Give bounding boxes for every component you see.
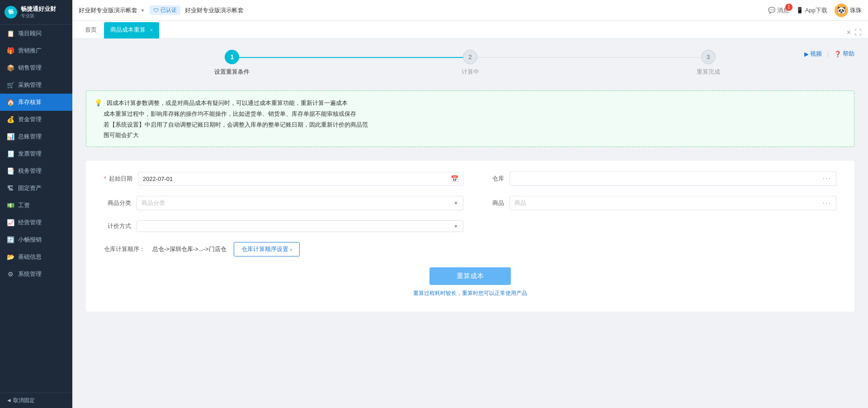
pricing-label: 计价方式 [104, 222, 131, 230]
project-icon: 📋 [6, 30, 14, 37]
invoice-icon: 🧾 [6, 150, 14, 157]
sidebar-item-invoice[interactable]: 🧾 发票管理 [0, 145, 72, 162]
submit-area: 重算成本 重算过程耗时较长，重算时您可以正常使用产品 [104, 267, 836, 297]
app-download-button[interactable]: 📱 App下载 [796, 6, 827, 14]
window-controls: × ⛶ [847, 28, 862, 37]
sidebar-item-operation[interactable]: 📈 经营管理 [0, 214, 72, 231]
info-box: 💡 因成本计算参数调整，或是对商品成本有疑问时，可以通过成本重算功能，重新计算一… [86, 90, 854, 147]
sales-icon: 📦 [6, 64, 14, 71]
category-label: 商品分类 [104, 199, 131, 207]
sidebar: 畅 畅捷通好业财 专业版 📋 项目顾问 🎁 营销推广 📦 销售管理 🛒 采购管理… [0, 0, 72, 408]
sidebar-title-group: 畅捷通好业财 专业版 [21, 5, 56, 19]
pricing-select[interactable]: ▼ [137, 220, 463, 232]
tab-close-icon[interactable]: × [150, 27, 153, 33]
shield-icon: 🛡 [153, 7, 159, 14]
category-group: 商品分类 商品分类 ▼ [104, 196, 463, 210]
goods-placeholder: 商品 [514, 199, 526, 207]
warehouse-input[interactable]: ··· [509, 171, 836, 186]
form-row-1: * 起始日期 2022-07-01 📅 仓库 ··· [104, 171, 836, 186]
account-dropdown-icon: ▼ [140, 8, 145, 13]
goods-input[interactable]: 商品 ··· [509, 196, 836, 210]
sidebar-item-sales[interactable]: 📦 销售管理 [0, 59, 72, 76]
sidebar-item-tax[interactable]: 📑 税务管理 [0, 162, 72, 180]
info-line2: 成本重算过程中，影响库存账的操作均不能操作，比如进货单、销货单、库存单据不能审核… [104, 110, 356, 117]
accounting-icon: 📊 [6, 133, 14, 140]
goods-label: 商品 [477, 199, 504, 207]
sidebar-item-marketing[interactable]: 🎁 营销推广 [0, 42, 72, 59]
submit-hint: 重算过程耗时较长，重算时您可以正常使用产品 [413, 289, 527, 297]
content-area: ▶ 视频 | ❓ 帮助 1 设置重算条件 [72, 39, 868, 408]
notification-badge: 1 [785, 4, 793, 11]
sidebar-item-assets[interactable]: 🏗 固定资产 [0, 180, 72, 197]
salary-icon: 💵 [6, 202, 14, 209]
tab-cost-recalc[interactable]: 商品成本重算 × [104, 22, 159, 38]
step2-label: 计算中 [462, 68, 479, 76]
marketing-icon: 🎁 [6, 47, 14, 54]
sidebar-item-system[interactable]: ⚙ 系统管理 [0, 266, 72, 283]
sidebar-item-salary[interactable]: 💵 工资 [0, 197, 72, 214]
expense-icon: 🔄 [6, 236, 14, 243]
username-label: 珠珠 [850, 6, 862, 14]
chevron-down-icon: ▼ [453, 200, 458, 206]
message-button[interactable]: 💬 消息 1 [768, 6, 789, 14]
steps-wrapper: ▶ 视频 | ❓ 帮助 1 设置重算条件 [86, 50, 854, 76]
submit-button[interactable]: 重算成本 [429, 267, 511, 285]
message-icon: 💬 [768, 7, 775, 14]
verified-badge: 🛡 已认证 [150, 5, 180, 15]
sidebar-item-project[interactable]: 📋 项目顾问 [0, 25, 72, 42]
pricing-group: 计价方式 ▼ [104, 220, 463, 232]
system-icon: ⚙ [6, 270, 14, 278]
sidebar-nav: 📋 项目顾问 🎁 营销推广 📦 销售管理 🛒 采购管理 🏠 库存核算 💰 资金管… [0, 25, 72, 393]
calendar-icon: 📅 [451, 175, 458, 182]
topbar: 好业财专业版演示帐套 ▼ 🛡 已认证 好业财专业版演示帐套 💬 消息 1 📱 A… [72, 0, 868, 21]
operation-icon: 📈 [6, 219, 14, 226]
close-window-button[interactable]: × [847, 28, 851, 37]
pricing-chevron-icon: ▼ [453, 223, 458, 229]
step-3: 3 重算完成 [589, 50, 827, 76]
step-1: 1 设置重算条件 [113, 50, 351, 76]
calc-order-value: 总仓->深圳仓库->...->门店仓 [152, 245, 226, 253]
maximize-window-button[interactable]: ⛶ [854, 28, 862, 37]
calc-order-label: 仓库计算顺序： [104, 245, 145, 253]
info-line4: 围可能会扩大 [104, 132, 139, 138]
step3-circle: 3 [701, 50, 716, 64]
finance-icon: 💰 [6, 116, 14, 123]
step2-circle: 2 [463, 50, 477, 64]
sidebar-unpin-button[interactable]: ◄ 取消固定 [0, 393, 72, 408]
basic-icon: 📂 [6, 253, 14, 261]
topbar-actions: 💬 消息 1 📱 App下载 🐼 珠珠 [768, 4, 862, 17]
calc-order-settings-button[interactable]: 仓库计算顺序设置 › [234, 242, 300, 256]
form-section: * 起始日期 2022-07-01 📅 仓库 ··· [86, 161, 854, 312]
sidebar-item-basic[interactable]: 📂 基础信息 [0, 248, 72, 266]
start-date-input[interactable]: 2022-07-01 📅 [138, 172, 463, 185]
category-select[interactable]: 商品分类 ▼ [137, 196, 463, 210]
warehouse-label: 仓库 [477, 175, 504, 183]
sidebar-item-purchase[interactable]: 🛒 采购管理 [0, 76, 72, 94]
account-selector[interactable]: 好业财专业版演示帐套 ▼ [79, 6, 145, 14]
user-avatar-area[interactable]: 🐼 珠珠 [835, 4, 862, 17]
sidebar-item-accounting[interactable]: 📊 总账管理 [0, 128, 72, 145]
main-area: 好业财专业版演示帐套 ▼ 🛡 已认证 好业财专业版演示帐套 💬 消息 1 📱 A… [72, 0, 868, 408]
category-placeholder: 商品分类 [142, 199, 165, 207]
app-edition: 专业版 [21, 13, 56, 19]
step-2: 2 计算中 [351, 50, 590, 76]
step1-circle: 1 [225, 50, 239, 64]
info-line3: 若【系统设置】中启用了自动调整记账日期时，会调整入库单的整单记账日期，因此重新计… [104, 121, 368, 128]
account-label: 好业财专业版演示帐套 [185, 6, 244, 14]
sidebar-header: 畅 畅捷通好业财 专业版 [0, 0, 72, 25]
user-avatar: 🐼 [835, 4, 848, 17]
calc-order-row: 仓库计算顺序： 总仓->深圳仓库->...->门店仓 仓库计算顺序设置 › [104, 242, 836, 256]
start-date-label: * 起始日期 [104, 175, 132, 183]
warehouse-dots-icon: ··· [823, 175, 831, 183]
goods-group: 商品 商品 ··· [477, 196, 836, 210]
bulb-icon: 💡 [94, 99, 102, 106]
tab-home[interactable]: 首页 [79, 22, 103, 38]
sidebar-item-expense[interactable]: 🔄 小畅报销 [0, 231, 72, 248]
account-name: 好业财专业版演示帐套 [79, 6, 137, 14]
form-row-2: 商品分类 商品分类 ▼ 商品 商品 ··· [104, 196, 836, 210]
sidebar-item-finance[interactable]: 💰 资金管理 [0, 111, 72, 128]
purchase-icon: 🛒 [6, 81, 14, 89]
sidebar-item-inventory[interactable]: 🏠 库存核算 [0, 94, 72, 111]
phone-icon: 📱 [796, 7, 803, 14]
goods-dots-icon: ··· [823, 199, 831, 207]
